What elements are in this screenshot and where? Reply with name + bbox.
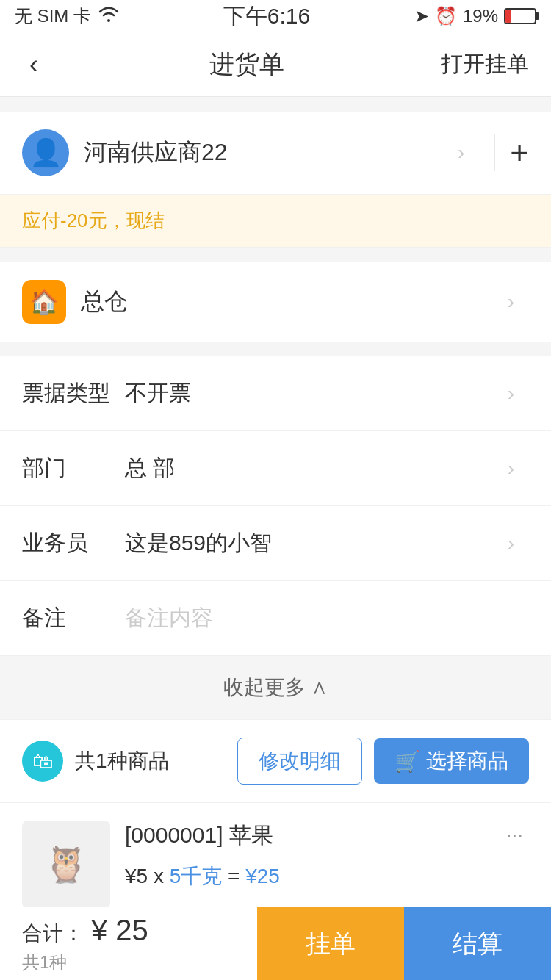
status-time: 下午6:16 — [223, 1, 310, 32]
invoice-label: 票据类型 — [22, 378, 110, 408]
footer: 合计： ¥ 25 共1种 挂单 结算 — [0, 907, 551, 980]
cart-icon: 🛒 — [395, 749, 420, 774]
invoice-chevron-icon: › — [508, 382, 514, 406]
warehouse-name: 总仓 — [81, 286, 508, 318]
supplier-name: 河南供应商22 — [84, 137, 458, 169]
quantity-value: 5千克 — [170, 865, 223, 887]
product-title: 苹果 — [229, 823, 273, 847]
section-divider-2 — [0, 248, 551, 262]
open-pending-button[interactable]: 打开挂单 — [441, 49, 529, 79]
wifi-icon — [98, 6, 119, 26]
warehouse-icon: 🏠 — [22, 280, 66, 324]
status-left: 无 SIM 卡 — [15, 4, 119, 28]
products-icon: 🛍 — [22, 741, 63, 782]
page-title: 进货单 — [53, 48, 441, 82]
total-sub: 共1种 — [22, 951, 235, 974]
price-value: ¥5 — [125, 865, 148, 887]
department-label: 部门 — [22, 453, 110, 483]
product-name: [0000001] 苹果 — [125, 821, 486, 851]
footer-total-section: 合计： ¥ 25 共1种 — [0, 907, 257, 980]
owl-icon: 🦉 — [44, 844, 88, 885]
location-icon: ➤ — [414, 6, 429, 26]
hang-button[interactable]: 挂单 — [257, 907, 404, 980]
avatar-icon: 👤 — [29, 137, 62, 168]
select-product-button[interactable]: 🛒 选择商品 — [374, 738, 529, 784]
form-section: 票据类型 不开票 › 部门 总 部 › 业务员 这是859的小智 › 备注 备注… — [0, 356, 551, 656]
bag-icon: 🛍 — [32, 749, 53, 774]
alarm-icon: ⏰ — [435, 6, 457, 26]
salesperson-label: 业务员 — [22, 528, 110, 558]
supplier-avatar: 👤 — [22, 129, 69, 176]
invoice-value: 不开票 — [110, 378, 508, 408]
product-code: [0000001] — [125, 823, 223, 847]
section-divider-1 — [0, 97, 551, 112]
salesperson-row[interactable]: 业务员 这是859的小智 › — [0, 506, 551, 581]
product-thumbnail: 🦉 — [22, 821, 110, 909]
remark-label: 备注 — [22, 603, 110, 633]
warehouse-row[interactable]: 🏠 总仓 › — [0, 262, 551, 342]
status-bar: 无 SIM 卡 下午6:16 ➤ ⏰ 19% — [0, 0, 551, 32]
back-button[interactable]: ‹ — [22, 42, 46, 87]
supplier-row[interactable]: 👤 河南供应商22 › + — [0, 112, 551, 195]
collapse-button[interactable]: 收起更多 ∧ — [0, 656, 551, 719]
product-info: [0000001] 苹果 ¥5 x 5千克 = ¥25 — [125, 821, 486, 890]
department-value: 总 部 — [110, 453, 508, 483]
supplier-divider — [494, 134, 495, 171]
invoice-type-row[interactable]: 票据类型 不开票 › — [0, 356, 551, 431]
price-separator: x — [154, 865, 170, 887]
salesperson-value: 这是859的小智 — [110, 528, 508, 558]
supplier-section: 👤 河南供应商22 › + 应付-20元，现结 — [0, 112, 551, 248]
total-value: ¥25 — [245, 865, 280, 887]
remark-input[interactable]: 备注内容 — [110, 603, 529, 633]
supplier-notice: 应付-20元，现结 — [0, 195, 551, 248]
footer-total-row: 合计： ¥ 25 — [22, 914, 235, 948]
equals-sign: = — [228, 865, 245, 887]
select-product-label: 选择商品 — [426, 747, 508, 775]
warehouse-chevron-icon: › — [508, 290, 514, 314]
department-row[interactable]: 部门 总 部 › — [0, 431, 551, 506]
add-supplier-button[interactable]: + — [510, 137, 529, 169]
total-label: 合计： — [22, 920, 84, 948]
battery-icon — [504, 8, 536, 24]
status-right: ➤ ⏰ 19% — [414, 6, 536, 26]
salesperson-chevron-icon: › — [508, 532, 514, 555]
home-icon: 🏠 — [29, 288, 59, 316]
products-header: 🛍 共1种商品 修改明细 🛒 选择商品 — [0, 719, 551, 802]
department-chevron-icon: › — [508, 457, 514, 480]
product-more-button[interactable]: ··· — [500, 821, 529, 850]
total-amount: ¥ 25 — [91, 914, 148, 947]
product-price: ¥5 x 5千克 = ¥25 — [125, 862, 486, 890]
carrier-label: 无 SIM 卡 — [15, 4, 91, 28]
products-count: 共1种商品 — [75, 747, 237, 775]
edit-detail-button[interactable]: 修改明细 — [237, 738, 362, 785]
settle-button[interactable]: 结算 — [404, 907, 551, 980]
chevron-right-icon: › — [458, 141, 464, 165]
battery-percent: 19% — [463, 6, 498, 26]
remark-row[interactable]: 备注 备注内容 — [0, 581, 551, 656]
nav-bar: ‹ 进货单 打开挂单 — [0, 32, 551, 97]
warehouse-section: 🏠 总仓 › — [0, 262, 551, 342]
